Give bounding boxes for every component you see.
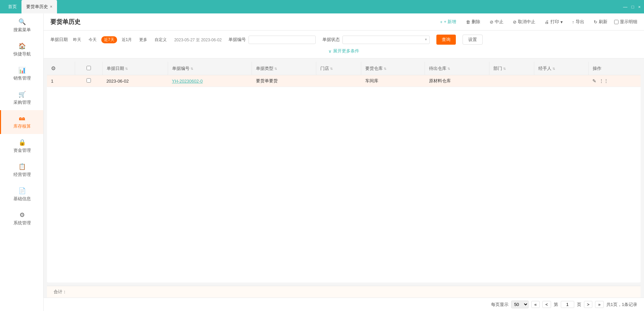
tab-home[interactable]: 首页 [3,0,21,13]
col-pending-warehouse: 待出仓库⇅ [425,62,489,75]
page-header: 要货单历史 + + 新增 🗑 删除 ⊘ 中止 ⊘ 取消中止 [44,13,644,31]
window-controls: — □ × [623,4,641,9]
col-req-warehouse: 要货仓库⇅ [361,62,425,75]
row-bill-no-link[interactable]: YH-20230602-0 [172,79,203,84]
row-date: 2023-06-02 [102,75,168,87]
close-tab-icon[interactable]: × [50,4,52,9]
sidebar-label-quick-nav: 快捷导航 [13,51,31,57]
sort-store-icon[interactable]: ⇅ [330,67,333,71]
page-input[interactable] [561,301,574,308]
new-button[interactable]: + + 新增 [437,17,459,26]
sidebar-label-search-menu: 搜索菜单 [13,27,31,33]
home-tab-label: 首页 [8,4,17,10]
refresh-label: 刷新 [599,19,607,25]
delete-button[interactable]: 🗑 删除 [463,17,483,26]
first-page-button[interactable]: « [531,301,540,308]
maximize-icon[interactable]: □ [632,4,634,9]
select-all-checkbox[interactable] [87,66,91,70]
toolbar: + + 新增 🗑 删除 ⊘ 中止 ⊘ 取消中止 🖨 打印 [437,17,637,26]
sales-icon: 📊 [18,66,26,74]
date-range-display: 2023-05-27 至 2023-06-02 [174,37,221,43]
sort-handler-icon[interactable]: ⇅ [552,67,555,71]
new-icon: + [440,19,443,25]
row-handler [534,75,589,87]
sidebar-label-purchase: 采购管理 [13,99,31,105]
tab-active[interactable]: 要货单历史 × [21,0,57,13]
expand-more-button[interactable]: ∨ 展开更多条件 [50,48,637,54]
minimize-icon[interactable]: — [623,4,628,9]
date-pill-yesterday[interactable]: 昨天 [70,36,84,43]
status-input[interactable] [342,36,430,44]
next-page-button[interactable]: > [584,301,593,308]
status-dropdown-icon: ▾ [425,37,427,42]
date-filter-group: 单据日期 昨天 今天 近7天 近1月 更多 自定义 2023-05-27 至 2… [50,36,222,43]
delete-icon: 🗑 [466,19,470,25]
page-title: 要货单历史 [50,18,80,26]
sidebar-item-basics[interactable]: 📄 基础信息 [0,182,43,207]
finance-icon: 🔒 [18,139,26,146]
footer-label: 合计： [54,289,67,295]
sort-date-icon[interactable]: ⇅ [125,67,128,71]
row-pending-warehouse: 原材料仓库 [425,75,489,87]
per-page-label: 每页显示 [491,302,508,308]
sidebar-item-system[interactable]: ⚙ 系统管理 [0,207,43,231]
date-pill-1month[interactable]: 近1月 [119,36,135,43]
export-button[interactable]: ↑ 导出 [570,17,587,26]
last-page-button[interactable]: » [595,301,603,308]
sidebar-item-purchase[interactable]: 🛒 采购管理 [0,86,43,110]
sort-pending-warehouse-icon[interactable]: ⇅ [447,67,450,71]
sidebar-label-finance: 资金管理 [13,147,31,153]
table-settings-icon[interactable]: ⚙ [51,65,56,71]
date-pill-today[interactable]: 今天 [86,36,99,43]
table-header-row: ⚙ 单据日期⇅ 单据编号⇅ 单据类型⇅ [47,62,641,75]
print-button[interactable]: 🖨 打印 ▾ [542,17,566,26]
stop-button[interactable]: ⊘ 中止 [487,17,506,26]
col-handler: 经手人⇅ [534,62,589,75]
stop-label: 中止 [495,19,503,25]
sidebar-item-inventory[interactable]: 🏘 库存核算 [0,110,43,134]
query-button[interactable]: 查询 [436,35,456,45]
main-layout: 🔍 搜索菜单 🏠 快捷导航 📊 销售管理 🛒 采购管理 🏘 库存核算 🔒 资金管… [0,13,644,311]
top-bar: 首页 要货单历史 × — □ × [0,0,644,13]
purchase-icon: 🛒 [18,91,26,98]
sidebar-item-operations[interactable]: 📋 经营管理 [0,158,43,182]
sort-billtype-icon[interactable]: ⇅ [274,67,277,71]
page-unit-label: 页 [577,302,581,308]
sidebar-item-sales[interactable]: 📊 销售管理 [0,62,43,86]
sidebar-label-system: 系统管理 [13,220,31,226]
sidebar-item-search-menu[interactable]: 🔍 搜索菜单 [0,13,43,38]
operations-icon: 📋 [18,163,26,170]
close-window-icon[interactable]: × [638,4,641,9]
cancel-stop-button[interactable]: ⊘ 取消中止 [510,17,538,26]
sort-req-warehouse-icon[interactable]: ⇅ [384,67,386,71]
per-page-select[interactable]: 50 100 200 [511,301,529,308]
refresh-button[interactable]: ↻ 刷新 [591,17,610,26]
date-pill-more[interactable]: 更多 [137,36,150,43]
sort-billno-icon[interactable]: ⇅ [191,67,193,71]
page-label: 第 [554,302,558,308]
bill-no-input[interactable] [249,36,316,44]
table-body: 1 2023-06-02 YH-20230602-0 要货单要货 车间库 原材料… [47,75,641,87]
row-more-icon[interactable]: ⋮⋮ [599,78,608,84]
cancel-stop-label: 取消中止 [518,19,535,25]
table-container: ⚙ 单据日期⇅ 单据编号⇅ 单据类型⇅ [47,62,641,282]
table-footer: 合计： [47,286,641,298]
sidebar-item-finance[interactable]: 🔒 资金管理 [0,134,43,158]
row-checkbox[interactable] [87,78,91,83]
setting-button[interactable]: 设置 [463,35,483,45]
sidebar-item-quick-nav[interactable]: 🏠 快捷导航 [0,38,43,62]
prev-page-button[interactable]: < [542,301,551,308]
filter-row-1: 单据日期 昨天 今天 近7天 近1月 更多 自定义 2023-05-27 至 2… [50,35,637,45]
expand-icon: ∨ [328,49,332,54]
row-edit-icon[interactable]: ✎ [592,78,596,84]
date-pill-custom[interactable]: 自定义 [152,36,169,43]
row-bill-type: 要货单要货 [252,75,316,87]
show-detail-checkbox[interactable] [614,20,619,24]
date-pill-7days[interactable]: 近7天 [101,36,117,43]
pagination: 每页显示 50 100 200 « < 第 页 > » 共1页，1条记录 [44,298,644,311]
col-action: 操作 [588,62,641,75]
sidebar-label-inventory: 库存核算 [13,123,31,129]
show-detail-toggle[interactable]: 显示明细 [614,19,637,25]
sort-department-icon[interactable]: ⇅ [503,67,506,71]
col-store: 门店⇅ [316,62,361,75]
